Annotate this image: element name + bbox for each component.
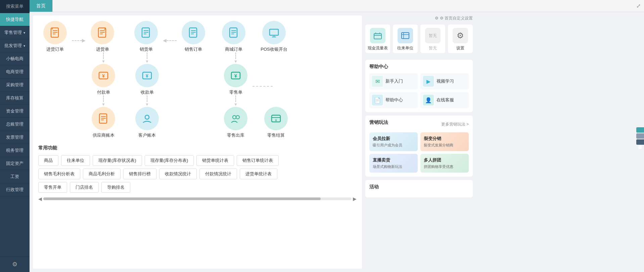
mall-order-node[interactable]: 商城订单 (217, 21, 250, 52)
retail-out-col: 零售出库 (219, 107, 252, 138)
arrow-down-mo: ▼ (234, 59, 238, 64)
help-item-video[interactable]: ▶ 视频学习 (420, 73, 469, 89)
func-btn-inventory-dist[interactable]: 现存量(库存分布表) (145, 155, 194, 166)
func-btn-sale-rank[interactable]: 销售排行榜 (123, 169, 156, 179)
func-btn-goods[interactable]: 商品 (38, 155, 58, 166)
homepage-settings-link[interactable]: ⚙ ⚙ 首页自定义设置 (365, 15, 473, 21)
sidebar-item-admin[interactable]: 行政管理 (0, 183, 30, 196)
retail-out-label: 零售出库 (227, 132, 244, 138)
sidebar-item-ecommerce[interactable]: 小畅电商 (0, 52, 30, 65)
v-line-ps (103, 52, 104, 59)
arrow-po-ps: ▶ (72, 38, 86, 52)
mall-order-col: 商城订单 (217, 21, 250, 52)
marketing-item-live-title: 直播卖货 (373, 157, 414, 163)
svg-text:¥: ¥ (275, 119, 277, 122)
retail-out-node[interactable]: 零售出库 (219, 107, 252, 138)
func-btn-receipt-stats[interactable]: 收款情况统计 (159, 169, 197, 179)
flow-row2: ¥ 付款单 ¥ 收款单 (38, 64, 357, 95)
help-item-beginner[interactable]: ✉ 新手入门 (369, 73, 418, 89)
arrow-ss-so: ◀ (163, 38, 177, 52)
sidebar: 搜索菜单 快捷导航 零售管理 ▾ 批发管理 ▾ 小畅电商 电商管理 采购管理 库… (0, 0, 30, 272)
scroll-left-arrow[interactable]: ◀ (38, 196, 42, 201)
marketing-title: 营销玩法 (369, 120, 388, 126)
marketing-more-link[interactable]: 更多营销玩法 > (441, 122, 469, 127)
quick-nav-partners[interactable]: 往来单位 (393, 25, 418, 53)
spacer2 (210, 44, 217, 52)
search-menu[interactable]: 搜索菜单 (0, 0, 30, 13)
sidebar-item-salary[interactable]: 工资 (0, 170, 30, 183)
retail-settle-node[interactable]: ¥ 零售结算 (259, 107, 293, 138)
marketing-item-fission[interactable]: 裂变分销 裂变式发展分销商 (420, 132, 469, 151)
quick-nav-settings[interactable]: ⚙ 设置 (448, 25, 473, 53)
help-item-service[interactable]: 👤 在线客服 (420, 92, 469, 108)
svg-point-33 (145, 115, 149, 119)
sidebar-item-purchase[interactable]: 采购管理 (0, 79, 30, 92)
v-line-mo (235, 52, 236, 59)
retail-order-node[interactable]: ¥ 零售单 (219, 64, 252, 95)
sale-slip-node[interactable]: 销货单 (129, 21, 163, 52)
activity-card: 活动 (365, 180, 473, 197)
scroll-right-arrow[interactable]: ▶ (353, 196, 357, 201)
tab-home[interactable]: 首页 (30, 0, 53, 12)
func-btn-retail-order[interactable]: 零售开单 (38, 182, 67, 193)
purchase-order-label: 进货订单 (46, 46, 64, 52)
func-btn-inventory-status[interactable]: 现存量(库存状况表) (93, 155, 142, 166)
sidebar-item-ledger[interactable]: 总账管理 (0, 118, 30, 131)
marketing-item-member[interactable]: 会员拉新 吸引用户成为会员 (369, 132, 418, 151)
expand-icon[interactable]: ⤢ (633, 3, 644, 9)
cashflow-icon (370, 28, 385, 43)
customer-account-node[interactable]: 客户账本 (130, 107, 164, 138)
svg-point-35 (236, 116, 239, 119)
helpcenter-icon: 📄 (372, 95, 383, 105)
func-btn-sale-order-stats[interactable]: 销售订单统计表 (237, 155, 279, 166)
float-btn-service[interactable]: 客服热线 (636, 127, 644, 133)
sidebar-item-finance[interactable]: 资金管理 (0, 105, 30, 118)
float-btn-community[interactable]: 服务社区 (636, 133, 644, 139)
purchase-order-node[interactable]: 进货订单 (38, 21, 72, 52)
chevron-down-icon: ▾ (24, 44, 25, 48)
func-btn-purchase-stats[interactable]: 进货单统计表 (240, 169, 277, 179)
sidebar-item-retail[interactable]: 零售管理 ▾ (0, 26, 30, 39)
sidebar-item-tax[interactable]: 税务管理 (0, 144, 30, 157)
receipt-slip-node[interactable]: ¥ 收款单 (130, 64, 164, 95)
retail-out-icon (224, 107, 247, 130)
quick-nav-cashflow[interactable]: 现金流量表 (365, 25, 390, 53)
sale-order-col: 销售订单 (177, 21, 210, 52)
arrow-down-rec: ▼ (145, 102, 149, 107)
v-line-retail (235, 95, 236, 102)
quick-nav-empty[interactable]: 暂无 暂无 (420, 25, 445, 53)
sidebar-item-assets[interactable]: 固定资产 (0, 157, 30, 170)
arrow-down-retail: ▼ (234, 102, 238, 107)
retail-order-col: ¥ 零售单 (219, 64, 252, 95)
pos-open-node[interactable]: POS收银开台 (257, 21, 291, 52)
help-center-card: 帮助中心 ✉ 新手入门 ▶ 视频学习 📄 帮助中心 👤 (365, 60, 473, 112)
func-btn-store-rank[interactable]: 门店排名 (70, 182, 99, 193)
spacer1 (119, 44, 129, 52)
func-btn-payment-stats[interactable]: 付款情况统计 (199, 169, 237, 179)
marketing-item-live[interactable]: 直播卖货 场景式购物新玩法 (369, 154, 418, 173)
payment-slip-node[interactable]: ¥ 付款单 (87, 64, 120, 95)
svg-rect-39 (374, 34, 381, 39)
sale-slip-icon (134, 21, 158, 44)
func-btn-goods-profit[interactable]: 商品毛利分析 (83, 169, 121, 179)
sale-order-icon (182, 21, 205, 44)
marketing-item-group[interactable]: 多人拼团 拼团购物享受优惠 (420, 154, 469, 173)
scroll-thumb (43, 197, 321, 200)
func-btn-guide-rank[interactable]: 导购排名 (101, 182, 130, 193)
sidebar-item-wholesale[interactable]: 批发管理 ▾ (0, 39, 30, 52)
func-btn-sale-stats[interactable]: 销货单统计表 (196, 155, 234, 166)
sale-order-node[interactable]: 销售订单 (177, 21, 210, 52)
flow-row3: 供应商账本 客户账本 (38, 107, 357, 138)
func-btn-sale-profit[interactable]: 销售毛利分析表 (38, 169, 80, 179)
float-btn-desktop[interactable]: 桌面快捷 (636, 139, 644, 145)
purchase-slip-node[interactable]: 进货单 (86, 21, 119, 52)
gear-icon[interactable]: ⚙ (0, 256, 30, 272)
func-btn-partners[interactable]: 往来单位 (61, 155, 90, 166)
scroll-track[interactable] (43, 197, 352, 200)
sidebar-item-invoice[interactable]: 发票管理 (0, 131, 30, 144)
sidebar-item-ecommerce-mgmt[interactable]: 电商管理 (0, 65, 30, 79)
sidebar-item-quicknav[interactable]: 快捷导航 (0, 13, 30, 26)
help-item-helpcenter[interactable]: 📄 帮助中心 (369, 92, 418, 108)
supplier-account-node[interactable]: 供应商账本 (87, 107, 120, 138)
sidebar-item-inventory[interactable]: 库存核算 (0, 92, 30, 105)
